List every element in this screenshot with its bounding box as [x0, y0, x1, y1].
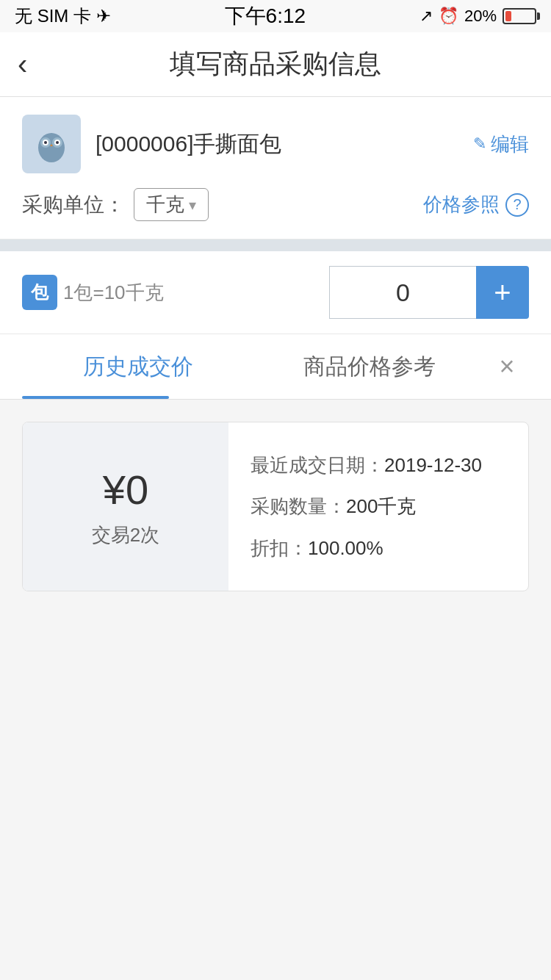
product-name: [0000006]手撕面包 — [96, 129, 281, 159]
help-icon: ? — [505, 193, 529, 217]
battery-icon — [503, 8, 536, 24]
purchase-qty-row: 采购数量：200千克 — [251, 493, 506, 519]
discount-row: 折扣：100.00% — [251, 535, 506, 561]
tab-active-indicator — [22, 396, 169, 399]
tabs-section: 历史成交价 商品价格参考 × — [0, 334, 551, 400]
purchase-qty-label: 采购数量： — [251, 495, 346, 517]
product-section: [0000006]手撕面包 ✎ 编辑 采购单位： 千克 ▾ 价格参照 ? — [0, 97, 551, 239]
section-divider — [0, 239, 551, 251]
purchase-unit: 采购单位： 千克 ▾ — [22, 188, 209, 221]
quantity-section: 包 1包=10千克 0 + — [0, 251, 551, 334]
quantity-plus-button[interactable]: + — [476, 266, 529, 319]
price-card-right: 最近成交日期：2019-12-30 采购数量：200千克 折扣：100.00% — [228, 422, 528, 591]
price-amount: ¥0 — [103, 466, 148, 514]
price-ref-label: 价格参照 — [423, 192, 500, 217]
status-bar-left: 无 SIM 卡 ✈ — [15, 4, 111, 28]
quantity-input[interactable]: 0 — [329, 266, 476, 319]
discount-value: 100.00% — [308, 537, 383, 559]
back-button[interactable]: ‹ — [18, 48, 27, 81]
status-bar-right: ↗ ⏰ 20% — [419, 7, 536, 26]
latest-date-label: 最近成交日期： — [251, 454, 384, 476]
tabs-header: 历史成交价 商品价格参考 × — [0, 334, 551, 399]
svg-point-6 — [56, 141, 59, 144]
unit-label: 包 1包=10千克 — [22, 275, 164, 310]
chevron-down-icon: ▾ — [189, 196, 196, 214]
battery-percent: 20% — [464, 7, 497, 26]
price-reference-button[interactable]: 价格参照 ? — [423, 192, 529, 217]
edit-label: 编辑 — [491, 131, 529, 157]
product-header: [0000006]手撕面包 ✎ 编辑 — [22, 115, 529, 173]
content-area: ¥0 交易2次 最近成交日期：2019-12-30 采购数量：200千克 折扣：… — [0, 400, 551, 767]
edit-icon: ✎ — [473, 134, 486, 154]
location-icon: ↗ — [419, 7, 433, 26]
alarm-icon: ⏰ — [439, 7, 458, 26]
trade-count: 交易2次 — [92, 522, 159, 548]
unit-value: 千克 — [146, 192, 184, 217]
price-card: ¥0 交易2次 最近成交日期：2019-12-30 采购数量：200千克 折扣：… — [22, 422, 529, 591]
price-value: 0 — [126, 466, 148, 513]
purchase-qty-value: 200千克 — [346, 495, 416, 517]
latest-date-value: 2019-12-30 — [384, 454, 482, 476]
price-card-left: ¥0 交易2次 — [23, 422, 228, 591]
product-image — [22, 115, 81, 173]
status-bar-time: 下午6:12 — [225, 2, 306, 30]
unit-character: 包 — [22, 275, 57, 310]
unit-conversion: 1包=10千克 — [63, 280, 164, 306]
signal-text: 无 SIM 卡 ✈ — [15, 4, 111, 28]
quantity-control: 0 + — [329, 266, 529, 319]
status-bar: 无 SIM 卡 ✈ 下午6:12 ↗ ⏰ 20% — [0, 0, 551, 32]
product-left: [0000006]手撕面包 — [22, 115, 281, 173]
product-code: [0000006] — [96, 131, 193, 156]
edit-button[interactable]: ✎ 编辑 — [473, 131, 529, 157]
owl-svg — [29, 122, 73, 166]
purchase-unit-label: 采购单位： — [22, 191, 125, 219]
latest-date-row: 最近成交日期：2019-12-30 — [251, 452, 506, 478]
tab-close-button[interactable]: × — [485, 345, 529, 389]
tab-history-price[interactable]: 历史成交价 — [22, 334, 253, 399]
tab-product-price-reference[interactable]: 商品价格参考 — [253, 334, 485, 399]
nav-bar: ‹ 填写商品采购信息 — [0, 32, 551, 97]
unit-badge[interactable]: 千克 ▾ — [134, 188, 209, 221]
currency-symbol: ¥ — [103, 466, 126, 513]
product-title: 手撕面包 — [193, 131, 281, 156]
svg-point-5 — [44, 141, 47, 144]
page-title: 填写商品采购信息 — [170, 46, 381, 82]
svg-point-0 — [38, 133, 65, 162]
product-meta: 采购单位： 千克 ▾ 价格参照 ? — [22, 188, 529, 221]
discount-label: 折扣： — [251, 537, 308, 559]
